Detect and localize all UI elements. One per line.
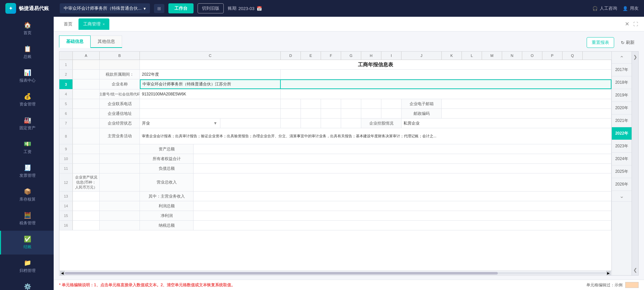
year-item-2024[interactable]: 2024年 xyxy=(612,153,632,165)
company-selector[interactable]: 中审众环会计师事务所（特殊普通合伙... ▾ xyxy=(60,3,150,13)
cell-7h[interactable] xyxy=(341,119,361,128)
sidebar-item-home[interactable]: 🏠 首页 xyxy=(0,17,54,41)
cell-7f[interactable] xyxy=(301,119,321,128)
cell-7j[interactable]: 企业控股情况 xyxy=(361,119,401,128)
calendar-icon[interactable]: 📅 xyxy=(257,6,262,11)
cell-3b[interactable]: 企业名称 xyxy=(100,79,140,89)
sidebar-item-invoice[interactable]: 🧾 发票管理 xyxy=(0,159,54,183)
year-item-2019[interactable]: 2019年 xyxy=(612,89,632,102)
cell-5j[interactable]: 企业电子邮箱 xyxy=(401,99,442,108)
horizontal-scrollbar[interactable]: ◀ ▶ xyxy=(59,271,611,275)
switch-version-button[interactable]: 切到旧版 xyxy=(198,3,224,13)
cell-6f[interactable] xyxy=(321,109,341,118)
cell-1a[interactable] xyxy=(73,60,100,69)
cell-5i[interactable] xyxy=(381,99,401,108)
cell-5e[interactable] xyxy=(301,99,321,108)
year-item-2025[interactable]: 2025年 xyxy=(612,165,632,178)
cell-7-ownership[interactable]: 私营企业 xyxy=(401,119,611,128)
sidebar-item-ledger[interactable]: 📋 总账 xyxy=(0,41,54,64)
year-item-2021[interactable]: 2021年 xyxy=(612,115,632,127)
sidebar-item-payroll[interactable]: 💵 工资 xyxy=(0,136,54,159)
tab-business[interactable]: 工商管理 × xyxy=(78,18,109,30)
cell-15c[interactable]: 净利润 xyxy=(140,211,194,220)
sidebar-item-inventory[interactable]: 📦 库存核算 xyxy=(0,183,54,207)
cell-11b[interactable] xyxy=(100,164,140,173)
cell-8c[interactable]: 审查企业会计报表；出具审计报告；验证企业资本；出具验资报告；办理企业合开、分立、… xyxy=(140,128,611,144)
sidebar-item-reports[interactable]: 📊 报表中心 xyxy=(0,64,54,88)
cell-8a[interactable] xyxy=(73,128,100,144)
tab-home[interactable]: 首页 xyxy=(59,18,77,30)
cell-7e[interactable] xyxy=(281,119,301,128)
year-item-2020[interactable]: 2020年 xyxy=(612,102,632,115)
year-item-2026[interactable]: 2026年 xyxy=(612,178,632,191)
cell-10-value[interactable] xyxy=(194,154,611,163)
cell-10b[interactable] xyxy=(100,154,140,163)
cell-14c[interactable]: 利润总额 xyxy=(140,201,194,211)
cell-5g[interactable] xyxy=(341,99,361,108)
cell-12c[interactable]: 营业总收入 xyxy=(140,173,194,191)
cell-9c[interactable]: 资产总额 xyxy=(140,144,194,154)
cell-15b[interactable] xyxy=(100,211,140,220)
year-item-2018[interactable]: 2018年 xyxy=(612,76,632,89)
cell-11a[interactable] xyxy=(73,164,100,173)
cell-4b[interactable]: 注册号/统一社会信用代码 xyxy=(100,89,140,99)
panel-expand-icon[interactable]: ❮ xyxy=(633,267,637,273)
cell-10a[interactable] xyxy=(73,154,100,163)
cell-4-rest[interactable] xyxy=(281,89,611,99)
tab-close-icon[interactable]: × xyxy=(103,22,105,26)
cell-9b[interactable] xyxy=(100,144,140,154)
cell-7c[interactable]: 开业 ▼ xyxy=(140,119,220,128)
cell-7d[interactable] xyxy=(220,119,281,128)
cell-11-value[interactable] xyxy=(194,164,611,173)
cell-4a[interactable] xyxy=(73,89,100,99)
cell-10c[interactable]: 所有者权益合计 xyxy=(140,154,194,163)
cell-1b[interactable] xyxy=(100,60,140,69)
cell-6i[interactable] xyxy=(381,109,401,118)
cell-13b[interactable] xyxy=(100,192,140,201)
refresh-button[interactable]: ↻ 刷新 xyxy=(617,38,639,48)
scroll-thumb[interactable] xyxy=(65,272,498,275)
cell-16b[interactable] xyxy=(100,221,140,230)
panel-collapse-icon[interactable]: ❯ xyxy=(633,54,637,60)
sub-tab-other[interactable]: 其他信息 xyxy=(91,35,122,47)
scroll-track[interactable] xyxy=(65,272,606,275)
cell-5f[interactable] xyxy=(321,99,341,108)
year-nav-down[interactable]: ⌄ xyxy=(612,191,632,202)
window-expand-icon[interactable]: ⛶ xyxy=(633,21,639,27)
cell-5a[interactable] xyxy=(73,99,100,108)
cell-6c[interactable] xyxy=(140,109,281,118)
cell-14-value[interactable] xyxy=(194,201,611,211)
cell-12-value[interactable] xyxy=(194,173,611,191)
cell-5h[interactable] xyxy=(361,99,381,108)
cell-4c[interactable]: 91320100MA208E5W6K xyxy=(140,89,281,99)
cell-6h[interactable] xyxy=(361,109,381,118)
scroll-left-arrow[interactable]: ◀ xyxy=(60,271,65,276)
cell-5d[interactable] xyxy=(281,99,301,108)
year-item-2017[interactable]: 2017年 xyxy=(612,64,632,76)
sidebar-item-tax[interactable]: 🧮 税务管理 xyxy=(0,207,54,231)
workbench-button[interactable]: 工作台 xyxy=(168,3,194,13)
cell-2b[interactable]: 税款所属期间： xyxy=(100,70,140,79)
cell-14b[interactable] xyxy=(100,201,140,211)
cell-3a[interactable] xyxy=(73,79,100,89)
sidebar-item-finance[interactable]: 💰 资金管理 xyxy=(0,88,54,112)
cell-16a[interactable] xyxy=(73,221,100,230)
sub-tab-basic[interactable]: 基础信息 xyxy=(59,35,91,48)
cell-16-value[interactable] xyxy=(194,221,611,230)
cell-7b[interactable]: 企业经营状态 xyxy=(100,119,140,128)
cell-7a[interactable] xyxy=(73,119,100,128)
consult-button[interactable]: 🎧 人工咨询 xyxy=(592,5,617,11)
cell-15a[interactable] xyxy=(73,211,100,220)
cell-2-rest[interactable] xyxy=(281,70,611,79)
cell-13-value[interactable] xyxy=(194,192,611,201)
cell-15-value[interactable] xyxy=(194,211,611,220)
cell-3-rest[interactable] xyxy=(281,79,611,89)
sidebar-item-assets[interactable]: 🏭 固定资产 xyxy=(0,112,54,136)
cell-8b[interactable]: 主营业务活动 xyxy=(100,128,140,144)
sidebar-item-archive[interactable]: 📁 归档管理 xyxy=(0,255,54,278)
year-item-2023[interactable]: 2023年 xyxy=(612,140,632,153)
cell-7g[interactable] xyxy=(321,119,341,128)
year-nav-up[interactable]: ⌃ xyxy=(612,53,632,64)
cell-6d[interactable] xyxy=(281,109,301,118)
cell-16c[interactable]: 纳税总额 xyxy=(140,221,194,230)
